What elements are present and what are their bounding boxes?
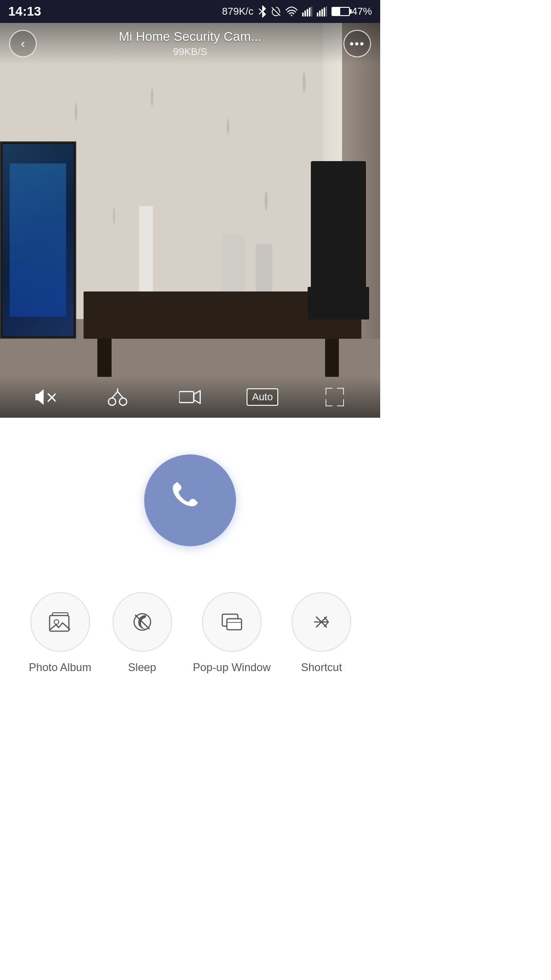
call-icon bbox=[169, 480, 211, 521]
shortcut-icon bbox=[310, 610, 333, 633]
popup-window-label: Pop-up Window bbox=[193, 661, 270, 674]
battery-bar bbox=[332, 7, 350, 16]
tv-screen bbox=[3, 144, 73, 336]
clip-button[interactable] bbox=[104, 383, 131, 411]
main-content: Photo Album Sleep bbox=[0, 418, 380, 701]
video-speed: 99KB/S bbox=[46, 46, 334, 58]
fullscreen-button[interactable] bbox=[321, 383, 349, 411]
svg-line-18 bbox=[112, 392, 118, 398]
svg-rect-4 bbox=[302, 12, 304, 17]
chair-seat bbox=[308, 287, 369, 319]
signal-icon-1 bbox=[302, 6, 312, 17]
sleep-label: Sleep bbox=[128, 661, 156, 674]
video-title: Mi Home Security Cam... bbox=[46, 29, 334, 44]
auto-badge: Auto bbox=[247, 388, 278, 406]
signal-icon-2 bbox=[317, 6, 327, 17]
call-button[interactable] bbox=[144, 454, 236, 546]
tv bbox=[0, 141, 76, 339]
shortcut-label: Shortcut bbox=[301, 661, 342, 674]
bluetooth-icon bbox=[258, 6, 266, 17]
photo-album-icon bbox=[49, 612, 72, 632]
svg-rect-5 bbox=[304, 11, 306, 17]
svg-rect-9 bbox=[317, 12, 318, 17]
svg-rect-24 bbox=[52, 613, 68, 616]
svg-rect-7 bbox=[309, 7, 310, 17]
network-speed: 879K/c bbox=[222, 6, 253, 17]
svg-rect-29 bbox=[227, 619, 242, 630]
mute-button[interactable] bbox=[32, 383, 59, 411]
svg-line-0 bbox=[259, 9, 262, 11]
more-dots-icon: ••• bbox=[349, 38, 365, 50]
desk-item-2 bbox=[222, 235, 244, 291]
wifi-icon bbox=[286, 6, 298, 17]
room-background bbox=[0, 23, 380, 418]
sleep-circle bbox=[112, 592, 172, 652]
svg-rect-13 bbox=[326, 6, 327, 17]
status-bar: 14:13 879K/c bbox=[0, 0, 380, 23]
popup-window-icon bbox=[220, 610, 243, 633]
battery-indicator: 47% bbox=[332, 6, 372, 17]
photo-album-button[interactable]: Photo Album bbox=[29, 592, 91, 674]
back-button[interactable]: ‹ bbox=[9, 30, 37, 57]
photo-album-label: Photo Album bbox=[29, 661, 91, 674]
svg-point-17 bbox=[119, 398, 127, 405]
chair bbox=[304, 161, 372, 378]
mute-icon bbox=[35, 388, 56, 406]
video-controls: Auto bbox=[0, 376, 380, 418]
desk-leg-left bbox=[97, 339, 111, 377]
svg-point-16 bbox=[108, 398, 116, 405]
battery-fill bbox=[332, 8, 340, 15]
desk-item-3 bbox=[256, 244, 272, 291]
video-feed[interactable]: ‹ Mi Home Security Cam... 99KB/S ••• bbox=[0, 23, 380, 418]
photo-album-circle bbox=[30, 592, 90, 652]
svg-line-19 bbox=[118, 392, 123, 398]
desk-item-1 bbox=[139, 206, 153, 291]
svg-line-1 bbox=[259, 11, 262, 14]
fullscreen-icon bbox=[326, 388, 344, 406]
chair-back bbox=[311, 161, 365, 291]
more-options-button[interactable]: ••• bbox=[343, 30, 371, 57]
auto-quality-button[interactable]: Auto bbox=[249, 383, 276, 411]
popup-window-button[interactable]: Pop-up Window bbox=[193, 592, 270, 674]
status-time: 14:13 bbox=[8, 4, 41, 19]
video-topbar: ‹ Mi Home Security Cam... 99KB/S ••• bbox=[0, 23, 380, 64]
record-button[interactable] bbox=[176, 383, 204, 411]
shortcut-button[interactable]: Shortcut bbox=[292, 592, 351, 674]
svg-rect-21 bbox=[179, 392, 194, 403]
record-icon bbox=[179, 389, 201, 405]
status-right: 879K/c bbox=[222, 6, 372, 17]
call-button-wrap bbox=[144, 454, 236, 546]
tv-screen-inner bbox=[10, 163, 66, 317]
svg-rect-10 bbox=[319, 11, 320, 17]
svg-rect-6 bbox=[307, 9, 308, 17]
sleep-button[interactable]: Sleep bbox=[112, 592, 172, 674]
alarm-off-icon bbox=[271, 6, 281, 17]
popup-circle bbox=[202, 592, 262, 652]
sleep-icon bbox=[131, 610, 154, 633]
svg-rect-12 bbox=[324, 7, 325, 17]
battery-percent: 47% bbox=[352, 6, 372, 17]
video-title-block: Mi Home Security Cam... 99KB/S bbox=[37, 29, 343, 58]
bottom-controls: Photo Album Sleep bbox=[0, 583, 380, 701]
svg-rect-11 bbox=[321, 9, 323, 17]
svg-point-25 bbox=[54, 620, 59, 624]
svg-rect-8 bbox=[311, 6, 312, 17]
scissors-icon bbox=[107, 387, 128, 407]
back-arrow-icon: ‹ bbox=[21, 37, 25, 50]
svg-rect-23 bbox=[50, 616, 69, 631]
shortcut-circle bbox=[292, 592, 351, 652]
svg-point-3 bbox=[291, 15, 292, 16]
